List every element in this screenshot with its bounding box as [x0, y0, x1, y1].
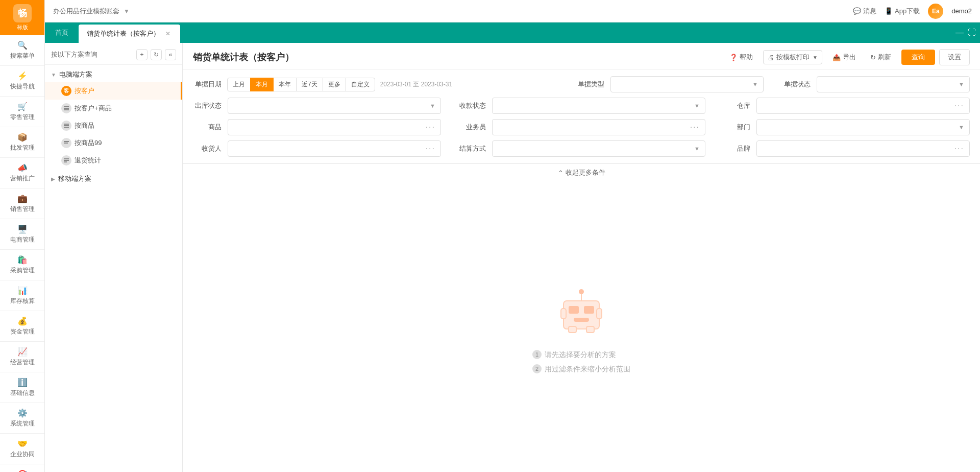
- doc-type-input[interactable]: ▼: [610, 76, 764, 92]
- svg-point-20: [579, 289, 584, 294]
- export-icon: 📤: [832, 54, 841, 61]
- refresh-btn[interactable]: ↻ 刷新: [866, 51, 895, 64]
- tab-minimize-btn[interactable]: —: [955, 28, 964, 37]
- dept-input[interactable]: ▼: [756, 119, 970, 135]
- settlement-input[interactable]: ▼: [492, 140, 705, 157]
- svg-rect-7: [64, 143, 68, 144]
- message-label: 消息: [863, 7, 876, 16]
- date-tab-7days[interactable]: 近7天: [296, 78, 323, 91]
- tip-item-2: 2 用过滤条件来缩小分析范围: [532, 362, 630, 376]
- dept-arrow: ▼: [959, 124, 964, 130]
- sidebar-label-system: 系统管理: [10, 419, 35, 428]
- avatar[interactable]: Ea: [928, 4, 943, 19]
- app-logo[interactable]: 畅 标版: [0, 0, 44, 35]
- warehouse-input[interactable]: ···: [756, 98, 970, 114]
- print-icon: 🖨: [768, 54, 774, 61]
- svg-rect-3: [64, 124, 69, 125]
- tree-item-by-product[interactable]: 按商品: [45, 117, 182, 134]
- query-btn[interactable]: 查询: [901, 50, 935, 65]
- collapse-more-label: 收起更多条件: [566, 168, 605, 177]
- tree-expand-icon: ▼: [51, 72, 56, 78]
- sidebar-item-wholesale[interactable]: 📦 批发管理: [0, 127, 44, 158]
- page-actions: ❓ 帮助 🖨 按模板打印 ▼ 📤 导出 ↻ 刷新: [725, 49, 970, 65]
- system-icon: ⚙️: [17, 408, 28, 418]
- sidebar-item-basic[interactable]: ℹ️ 基础信息: [0, 372, 44, 403]
- collapse-more-btn[interactable]: ⌃ 收起更多条件: [183, 163, 980, 181]
- date-tab-custom[interactable]: 自定义: [346, 78, 375, 91]
- sales-icon: 💼: [17, 194, 28, 203]
- sidebar-label-ecommerce: 电商管理: [10, 235, 35, 244]
- tab-home[interactable]: 首页: [45, 22, 79, 43]
- search-icon: 🔍: [17, 40, 28, 50]
- page-actions-right: 查询 设置: [901, 49, 970, 65]
- tree-desktop-group: ▼ 电脑端方案 客 按客户 按客户+商品 按商品: [45, 65, 182, 171]
- scheme-icon-customer: 客: [61, 86, 71, 96]
- date-range: 2023-03-01 至 2023-03-31: [380, 80, 452, 89]
- header-right: 💬 消息 📱 App下载 Ea demo2: [853, 4, 972, 19]
- sidebar-item-cooperation[interactable]: 🤝 企业协同: [0, 434, 44, 464]
- tree-item-by-product-99[interactable]: 按商品99: [45, 134, 182, 152]
- sidebar-label-sales: 销售管理: [10, 205, 35, 214]
- product-input[interactable]: ···: [228, 119, 441, 135]
- sidebar-item-operations[interactable]: 📈 经营管理: [0, 342, 44, 372]
- export-btn[interactable]: 📤 导出: [828, 51, 860, 64]
- tab-close-btn[interactable]: ✕: [164, 30, 172, 38]
- product-dots: ···: [426, 123, 435, 132]
- message-icon: 💬: [853, 7, 861, 15]
- svg-rect-4: [64, 125, 69, 126]
- sidebar-item-newguide[interactable]: 🎯 新手引导: [0, 464, 44, 472]
- header-left: 办公用品行业模拟账套 ▼: [53, 7, 130, 16]
- sidebar-item-search[interactable]: 🔍 搜索菜单: [0, 35, 44, 66]
- marketing-icon: 📣: [17, 163, 28, 173]
- sidebar-item-system[interactable]: ⚙️ 系统管理: [0, 403, 44, 434]
- sidebar-item-shortcut[interactable]: ⚡ 快捷导航: [0, 66, 44, 97]
- tree-mobile-group[interactable]: ▶ 移动端方案: [45, 171, 182, 186]
- brand-label: 品牌: [722, 144, 750, 153]
- tree-item-by-customer[interactable]: 客 按客户: [45, 82, 182, 100]
- tab-sales-stats[interactable]: 销货单统计表（按客户） ✕: [79, 25, 180, 43]
- sidebar-item-inventory[interactable]: 📊 库存核算: [0, 280, 44, 311]
- sidebar-item-sales[interactable]: 💼 销售管理: [0, 188, 44, 219]
- sidebar-item-finance[interactable]: 💰 资金管理: [0, 311, 44, 342]
- tree-item-return-stats[interactable]: 退货统计: [45, 152, 182, 169]
- brand-input[interactable]: ···: [756, 140, 970, 157]
- salesperson-input[interactable]: ···: [492, 119, 705, 135]
- purchase-icon: 🛍️: [17, 255, 28, 265]
- avatar-text: Ea: [932, 8, 940, 15]
- page-title-bar: 销货单统计表（按客户） ❓ 帮助 🖨 按模板打印 ▼ 📤 导出: [183, 43, 980, 70]
- tree-desktop-parent[interactable]: ▼ 电脑端方案: [45, 67, 182, 82]
- template-print-btn[interactable]: 🖨 按模板打印 ▼: [763, 50, 822, 64]
- sidebar-item-purchase[interactable]: 🛍️ 采购管理: [0, 250, 44, 280]
- date-tab-more[interactable]: 更多: [323, 78, 346, 91]
- date-tab-this-year[interactable]: 本年: [273, 78, 297, 91]
- svg-rect-18: [586, 326, 594, 333]
- refresh-scheme-btn[interactable]: ↻: [151, 49, 162, 60]
- scheme-icon-product: [61, 121, 71, 131]
- empty-state: 1 请先选择要分析的方案 2 用过滤条件来缩小分析范围: [183, 181, 980, 472]
- page-title: 销货单统计表（按客户）: [193, 51, 294, 63]
- sidebar-item-retail[interactable]: 🛒 零售管理: [0, 97, 44, 127]
- sidebar-item-marketing[interactable]: 📣 营销推广: [0, 158, 44, 188]
- filter-row-4: 收货人 ··· 结算方式 ▼ 品牌 ···: [193, 140, 970, 157]
- date-tab-last-month[interactable]: 上月: [227, 78, 251, 91]
- add-scheme-btn[interactable]: +: [136, 49, 148, 60]
- product-label: 商品: [193, 123, 222, 132]
- collapse-panel-btn[interactable]: «: [165, 49, 176, 60]
- receiver-input[interactable]: ···: [228, 140, 441, 157]
- svg-rect-12: [569, 306, 579, 314]
- date-tab-this-month[interactable]: 本月: [250, 78, 274, 91]
- receipt-status-input[interactable]: ▼: [492, 98, 705, 114]
- tree-item-by-customer-product-label: 按客户+商品: [75, 104, 112, 113]
- industry-dropdown[interactable]: ▼: [124, 8, 130, 15]
- help-btn[interactable]: ❓ 帮助: [725, 51, 757, 64]
- out-status-input[interactable]: ▼: [228, 98, 441, 114]
- dept-label: 部门: [722, 123, 750, 132]
- tab-maximize-btn[interactable]: ⛶: [968, 28, 976, 37]
- tree-item-by-customer-product[interactable]: 按客户+商品: [45, 100, 182, 117]
- warehouse-dots: ···: [954, 101, 964, 110]
- app-download-btn[interactable]: 📱 App下载: [885, 7, 920, 16]
- sidebar-item-ecommerce[interactable]: 🖥️ 电商管理: [0, 219, 44, 250]
- settings-btn[interactable]: 设置: [939, 49, 970, 65]
- message-btn[interactable]: 💬 消息: [853, 7, 876, 16]
- doc-status-input[interactable]: ▼: [817, 76, 970, 92]
